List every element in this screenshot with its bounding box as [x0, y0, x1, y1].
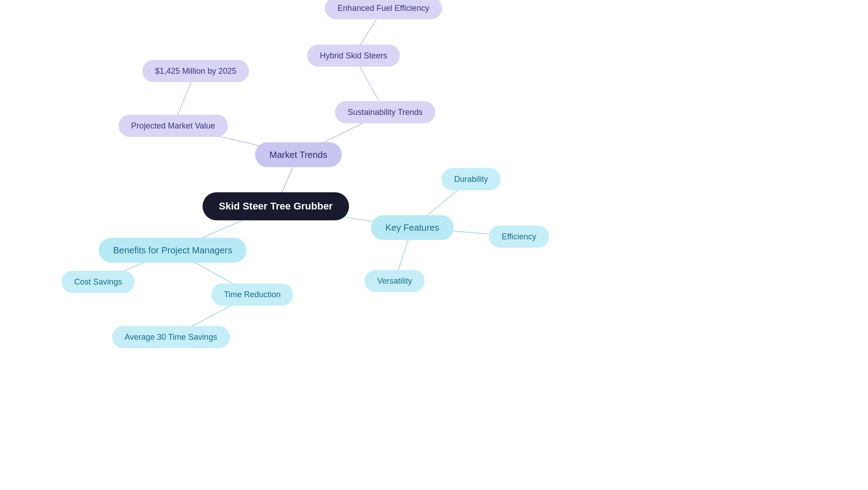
sustainability-trends-label: Sustainability Trends: [348, 108, 423, 117]
benefits-node[interactable]: Benefits for Project Managers: [99, 238, 246, 263]
center-label: Skid Steer Tree Grubber: [219, 200, 333, 212]
time-reduction-node[interactable]: Time Reduction: [211, 284, 293, 306]
key-features-node[interactable]: Key Features: [371, 215, 454, 240]
fuel-efficiency-node[interactable]: Enhanced Fuel Efficiency: [325, 0, 442, 19]
projected-market-value-node[interactable]: Projected Market Value: [118, 115, 228, 137]
center-node[interactable]: Skid Steer Tree Grubber: [203, 192, 349, 220]
sustainability-trends-node[interactable]: Sustainability Trends: [335, 101, 435, 124]
key-features-label: Key Features: [386, 223, 439, 233]
versatility-node[interactable]: Versatility: [364, 270, 425, 292]
million-value-label: $1,425 Million by 2025: [155, 67, 236, 76]
efficiency-node[interactable]: Efficiency: [489, 226, 549, 248]
cost-savings-node[interactable]: Cost Savings: [61, 271, 135, 293]
hybrid-skid-steers-label: Hybrid Skid Steers: [320, 51, 387, 61]
market-trends-label: Market Trends: [269, 150, 327, 160]
market-trends-node[interactable]: Market Trends: [255, 143, 342, 167]
projected-market-value-label: Projected Market Value: [131, 121, 215, 131]
efficiency-label: Efficiency: [502, 232, 537, 242]
durability-label: Durability: [454, 175, 488, 184]
million-value-node[interactable]: $1,425 Million by 2025: [142, 60, 249, 82]
cost-savings-label: Cost Savings: [74, 277, 122, 287]
fuel-efficiency-label: Enhanced Fuel Efficiency: [338, 4, 429, 13]
hybrid-skid-steers-node[interactable]: Hybrid Skid Steers: [307, 45, 400, 67]
durability-node[interactable]: Durability: [441, 168, 500, 190]
versatility-label: Versatility: [377, 276, 412, 286]
avg-savings-label: Average 30 Time Savings: [125, 333, 217, 342]
avg-savings-node[interactable]: Average 30 Time Savings: [112, 326, 230, 348]
time-reduction-label: Time Reduction: [224, 290, 280, 300]
benefits-label: Benefits for Project Managers: [113, 245, 232, 256]
